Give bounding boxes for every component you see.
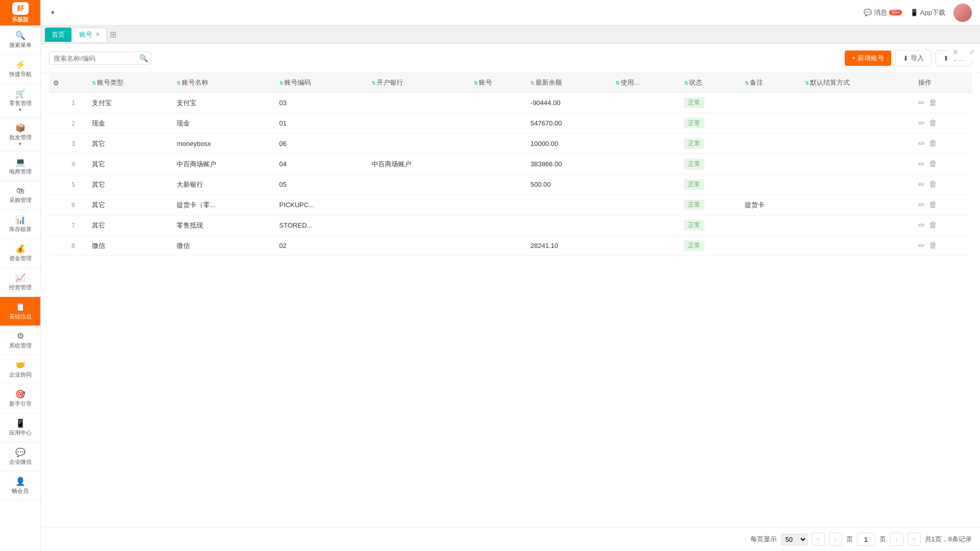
per-page-select[interactable]: 50 20 100: [781, 534, 807, 545]
th-type[interactable]: ⇅账号类型: [88, 73, 173, 93]
row-actions-2: ✏ 🗑: [914, 134, 972, 154]
page-last-btn[interactable]: »: [908, 533, 921, 546]
sidebar-label-basic: 基础信息: [9, 313, 32, 320]
th-account[interactable]: ⇅账号: [470, 73, 526, 93]
row-actions-5: ✏ 🗑: [914, 195, 972, 215]
th-bank[interactable]: ⇅开户银行: [368, 73, 470, 93]
row-usage-5: [611, 195, 680, 215]
row-type-5: 其它: [88, 195, 173, 215]
edit-btn-7[interactable]: ✏: [918, 241, 925, 251]
sidebar-item-enterprise[interactable]: 🤝 企业协同: [0, 355, 40, 384]
edit-btn-1[interactable]: ✏: [918, 118, 925, 128]
th-gear[interactable]: ⚙: [49, 73, 67, 93]
row-remark-2: [741, 134, 800, 154]
sidebar-icon-basic: 📋: [15, 302, 26, 312]
row-gear-5[interactable]: [49, 195, 67, 215]
th-name[interactable]: ⇅账号名称: [173, 73, 275, 93]
delete-btn-4[interactable]: 🗑: [929, 180, 937, 189]
sidebar-item-purchase[interactable]: 🛍 采购管理: [0, 181, 40, 210]
sidebar-item-search[interactable]: 🔍 搜索菜单: [0, 26, 40, 55]
edit-btn-5[interactable]: ✏: [918, 200, 925, 210]
close-window-btn[interactable]: ✕: [947, 44, 964, 60]
import-button[interactable]: ⬇ 导入: [895, 50, 932, 66]
delete-btn-1[interactable]: 🗑: [929, 118, 937, 128]
row-default-payment-4: [801, 174, 914, 195]
th-code[interactable]: ⇅账号编码: [275, 73, 368, 93]
user-avatar[interactable]: [953, 4, 972, 22]
edit-btn-6[interactable]: ✏: [918, 220, 925, 230]
row-status-3: 正常: [680, 154, 741, 174]
gear-icon: ⚙: [53, 79, 59, 87]
row-gear-1[interactable]: [49, 113, 67, 134]
sidebar-item-system[interactable]: ⚙ 系统管理: [0, 326, 40, 355]
edit-btn-0[interactable]: ✏: [918, 98, 925, 108]
sidebar-item-guide[interactable]: 🎯 新手引导: [0, 384, 40, 413]
search-icon[interactable]: 🔍: [139, 54, 148, 62]
row-gear-4[interactable]: [49, 174, 67, 195]
content-area: 🔍 + 新增账号 ⬇ 导入 ⬆ 导出 ⚙: [41, 44, 980, 551]
delete-btn-2[interactable]: 🗑: [929, 139, 937, 148]
app-download-btn[interactable]: 📱 App下载: [910, 8, 945, 17]
sidebar-item-shortcut[interactable]: ⚡ 快捷导航: [0, 55, 40, 84]
window-controls: ✕ ⤢: [947, 44, 980, 60]
delete-btn-7[interactable]: 🗑: [929, 241, 937, 251]
sidebar-item-finance[interactable]: 💰 资金管理: [0, 239, 40, 268]
message-btn[interactable]: 💬 消息 99+: [864, 8, 902, 17]
page-next-btn[interactable]: ›: [890, 533, 903, 546]
edit-btn-2[interactable]: ✏: [918, 139, 925, 148]
page-first-btn[interactable]: «: [812, 533, 825, 546]
row-balance-3: 383866.00: [526, 154, 611, 174]
sidebar-label-enterprise: 企业协同: [9, 371, 32, 379]
app-download-label: App下载: [920, 8, 945, 17]
sidebar-item-member[interactable]: 👤 畅会员: [0, 471, 40, 500]
row-type-4: 其它: [88, 174, 173, 195]
store-dropdown[interactable]: ▾: [49, 9, 55, 16]
search-input[interactable]: [54, 55, 139, 62]
th-balance[interactable]: ⇅最新余额: [526, 73, 611, 93]
sidebar-item-appcenter[interactable]: 📱 应用中心: [0, 413, 40, 442]
sidebar-label-retail: 零售管理: [9, 99, 32, 107]
search-box[interactable]: 🔍: [49, 52, 151, 65]
sidebar-item-basic[interactable]: 📋 基础信息: [0, 297, 40, 326]
row-actions-6: ✏ 🗑: [914, 215, 972, 236]
logo-icon: 好: [12, 2, 29, 15]
main-area: ▾ 💬 消息 99+ 📱 App下载 首页账号✕⊞ 🔍: [41, 0, 980, 551]
sidebar-item-wholesale[interactable]: 📦 批发管理 ▾: [0, 118, 40, 152]
delete-btn-3[interactable]: 🗑: [929, 159, 937, 169]
row-gear-0[interactable]: [49, 93, 67, 113]
delete-btn-0[interactable]: 🗑: [929, 98, 937, 108]
th-default-payment[interactable]: ⇅默认结算方式: [801, 73, 914, 93]
sidebar-item-retail[interactable]: 🛒 零售管理 ▾: [0, 84, 40, 118]
tab-expand-btn[interactable]: ⊞: [110, 30, 116, 39]
row-gear-2[interactable]: [49, 134, 67, 154]
page-number-input[interactable]: [857, 533, 875, 546]
th-status[interactable]: ⇅状态: [680, 73, 741, 93]
pagination-bar: 每页显示 50 20 100 « ‹ 页 页 › » 共1页，8条记录: [41, 527, 980, 551]
row-actions-7: ✏ 🗑: [914, 236, 972, 256]
sidebar-label-ecommerce: 电商管理: [9, 168, 32, 176]
row-gear-6[interactable]: [49, 215, 67, 236]
page-prev-btn[interactable]: ‹: [829, 533, 842, 546]
tab-account[interactable]: 账号✕: [72, 28, 107, 42]
add-account-button[interactable]: + 新增账号: [845, 51, 891, 66]
sidebar-item-inventory[interactable]: 📊 库存核算: [0, 210, 40, 239]
sidebar-item-wechat[interactable]: 💬 企业微信: [0, 442, 40, 471]
th-remark[interactable]: ⇅备注: [741, 73, 800, 93]
tab-home[interactable]: 首页: [45, 28, 71, 42]
row-name-6: 零售抵现: [173, 215, 275, 236]
expand-window-btn[interactable]: ⤢: [964, 44, 980, 60]
row-gear-3[interactable]: [49, 154, 67, 174]
row-gear-7[interactable]: [49, 236, 67, 256]
sidebar-item-ecommerce[interactable]: 💻 电商管理: [0, 152, 40, 181]
th-usage[interactable]: ⇅使用...: [611, 73, 680, 93]
edit-btn-3[interactable]: ✏: [918, 159, 925, 169]
tab-close-account[interactable]: ✕: [95, 31, 100, 38]
row-default-payment-3: [801, 154, 914, 174]
row-default-payment-1: [801, 113, 914, 134]
edit-btn-4[interactable]: ✏: [918, 180, 925, 189]
sidebar-item-operations[interactable]: 📈 经营管理: [0, 268, 40, 297]
delete-btn-6[interactable]: 🗑: [929, 220, 937, 230]
row-num-0: 1: [67, 93, 88, 113]
delete-btn-5[interactable]: 🗑: [929, 200, 937, 210]
row-code-7: 02: [275, 236, 368, 256]
